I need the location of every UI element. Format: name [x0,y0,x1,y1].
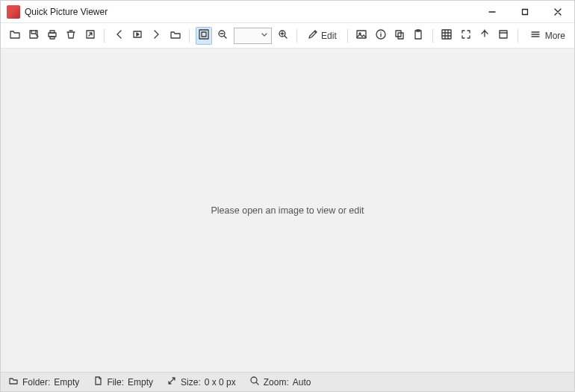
toolbar: Edit [1,23,574,49]
on-top-button[interactable] [476,27,492,45]
checkerboard-button[interactable] [439,27,455,45]
save-icon [28,28,40,43]
zoom-out-icon [217,28,229,43]
zoom-combobox[interactable] [234,28,272,44]
copy-icon [394,28,405,43]
wallpaper-icon [355,28,367,43]
separator [296,29,297,43]
svg-rect-11 [357,31,366,38]
info-button[interactable] [373,27,388,45]
delete-button[interactable] [63,27,79,45]
edit-button[interactable]: Edit [303,27,341,45]
next-button[interactable] [149,27,164,45]
frameless-icon [497,28,509,43]
workspace[interactable]: Please open an image to view or edit [1,49,574,372]
prev-button[interactable] [111,27,126,45]
separator [104,29,105,43]
folder-icon [8,376,19,388]
grid-icon [441,28,453,43]
status-file: File: Empty [93,376,153,388]
status-size-value: 0 x 0 px [205,377,236,388]
zoom-out-button[interactable] [215,27,231,45]
maximize-button[interactable] [509,1,541,23]
status-size: Size: 0 x 0 px [167,376,236,388]
separator [189,29,190,43]
svg-rect-18 [442,30,451,39]
arrow-right-icon [151,28,163,43]
paste-icon [412,28,424,43]
fullscreen-icon [460,28,472,43]
chevron-down-icon [261,31,268,41]
svg-rect-0 [523,9,528,14]
info-icon [375,28,387,43]
svg-rect-16 [415,31,421,39]
svg-rect-8 [202,32,206,37]
status-zoom-value: Auto [293,377,311,388]
slideshow-button[interactable] [130,27,146,45]
external-icon [84,28,96,43]
close-button[interactable] [541,1,574,23]
status-zoom: Zoom: Auto [249,376,311,388]
minimize-button[interactable] [476,1,509,23]
titlebar: Quick Picture Viewer [1,1,574,23]
folder-icon [170,28,181,43]
svg-rect-3 [50,31,55,33]
show-file-button[interactable] [167,27,183,45]
svg-rect-7 [199,30,208,39]
fit-to-window-button[interactable] [196,27,212,45]
folder-open-icon [9,28,21,43]
open-button[interactable] [7,27,22,45]
svg-rect-4 [50,37,55,39]
window-title: Quick Picture Viewer [25,7,108,17]
status-zoom-label: Zoom: [264,377,289,388]
separator [518,29,518,43]
statusbar: Folder: Empty File: Empty Size: 0 x 0 px… [1,372,574,391]
separator [347,29,348,43]
separator [432,29,433,43]
status-folder: Folder: Empty [8,376,79,388]
pin-icon [479,28,491,43]
slideshow-icon [131,28,143,43]
empty-state-message: Please open an image to view or edit [211,205,364,216]
frameless-button[interactable] [496,27,512,45]
app-icon [7,5,20,19]
file-icon [93,376,103,388]
edit-label: Edit [321,31,337,41]
more-label: More [545,31,565,41]
hamburger-icon [530,29,541,42]
zoom-icon [249,376,260,388]
print-icon [46,28,58,43]
pencil-icon [308,29,318,42]
status-folder-value: Empty [54,377,79,388]
more-button[interactable]: More [527,27,568,45]
zoom-in-button[interactable] [275,27,290,45]
status-file-value: Empty [128,377,153,388]
set-wallpaper-button[interactable] [354,27,370,45]
fit-icon [198,28,210,43]
size-icon [167,376,177,388]
paste-button[interactable] [411,27,426,45]
status-file-label: File: [107,377,124,388]
status-size-label: Size: [181,377,201,388]
svg-rect-19 [500,31,507,38]
external-open-button[interactable] [82,27,98,45]
print-button[interactable] [45,27,60,45]
svg-rect-2 [49,33,56,37]
zoom-in-icon [277,28,289,43]
status-folder-label: Folder: [22,377,50,388]
save-as-button[interactable] [25,27,41,45]
arrow-left-icon [113,28,125,43]
copy-button[interactable] [391,27,407,45]
fullscreen-button[interactable] [458,27,473,45]
trash-icon [65,28,77,43]
